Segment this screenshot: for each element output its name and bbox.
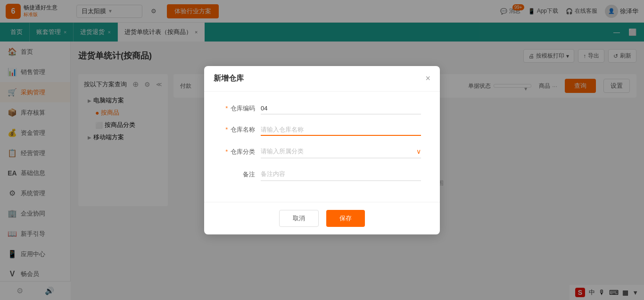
dialog-close-btn[interactable]: × (425, 74, 430, 83)
new-warehouse-dialog: 新增仓库 × * 仓库编码 * 仓库名称 (204, 66, 440, 234)
save-button[interactable]: 保存 (326, 210, 365, 227)
required-star-cat: * (225, 148, 228, 155)
category-select[interactable]: 请输入所属分类 ∨ (261, 145, 421, 158)
dialog-body: * 仓库编码 * 仓库名称 * 仓库分类 请输入所属 (204, 92, 440, 202)
category-placeholder: 请输入所属分类 (261, 147, 416, 156)
form-row-code: * 仓库编码 (223, 103, 421, 115)
form-row-category: * 仓库分类 请输入所属分类 ∨ (223, 145, 421, 158)
required-star-name: * (225, 126, 228, 133)
form-row-name: * 仓库名称 (223, 124, 421, 136)
cancel-button[interactable]: 取消 (279, 210, 319, 227)
name-label: * 仓库名称 (223, 125, 261, 134)
category-dropdown-arrow: ∨ (416, 148, 421, 155)
name-input[interactable] (261, 124, 421, 136)
dialog-footer: 取消 保存 (204, 202, 440, 234)
code-input[interactable] (261, 103, 421, 115)
remark-input[interactable] (261, 168, 421, 181)
category-label: * 仓库分类 (223, 148, 261, 156)
remark-label: 备注 (223, 170, 261, 179)
required-star-code: * (225, 105, 228, 112)
form-row-remark: 备注 (223, 168, 421, 181)
code-label: * 仓库编码 (223, 104, 261, 113)
modal-overlay[interactable]: 新增仓库 × * 仓库编码 * 仓库名称 (0, 0, 644, 300)
dialog-title: 新增仓库 (214, 74, 244, 83)
dialog-header: 新增仓库 × (204, 66, 440, 92)
